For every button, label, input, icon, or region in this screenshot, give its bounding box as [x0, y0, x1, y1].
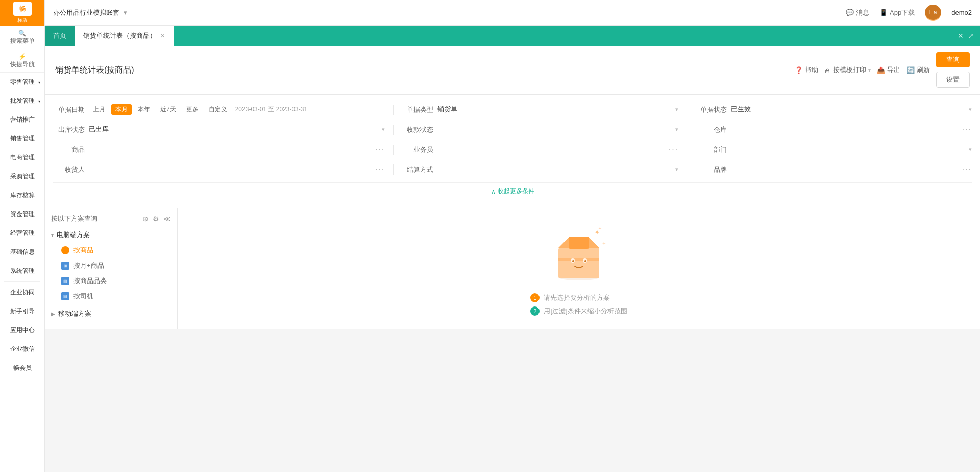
app-download-label: App下载 [890, 8, 915, 17]
filter-row-2: 出库状态 已出库 ▾ 收款状态 ▾ 仓库 [53, 123, 972, 136]
left-scheme-panel: 按以下方案查询 ⊕ ⚙ ≪ ▾ 电脑端方案 按商品 [45, 208, 178, 329]
sidebar-item-marketing[interactable]: 营销推广 [0, 110, 44, 129]
help-icon: ❓ [795, 66, 803, 74]
scheme-item-by-cashier[interactable]: ▤ 按司机 [45, 289, 177, 304]
tab-maximize-btn[interactable]: ⤢ [968, 32, 974, 40]
template-print-btn[interactable]: 🖨 按模板打印 ▾ [824, 65, 871, 75]
sidebar-item-ecom[interactable]: 电商管理 [0, 148, 44, 167]
edit-scheme-btn[interactable]: ⚙ [153, 215, 159, 223]
date-tab-7days[interactable]: 近7天 [156, 104, 180, 115]
warehouse-more-icon[interactable]: ··· [962, 125, 972, 134]
sidebar-item-quick-nav[interactable]: ⚡ 快捷导航 [0, 50, 44, 73]
sidebar-finance-label: 资金管理 [0, 210, 44, 219]
set-button[interactable]: 设置 [936, 72, 970, 88]
sidebar-item-wholesale[interactable]: 批发管理 [0, 91, 44, 110]
sidebar-item-basic[interactable]: 基础信息 [0, 243, 44, 262]
date-tab-last-month[interactable]: 上月 [89, 104, 109, 115]
dept-select[interactable]: ▾ [731, 144, 972, 155]
filter-row-4: 收货人 ··· 结算方式 ▾ 品牌 [53, 162, 972, 176]
user-avatar[interactable]: Ea [925, 5, 941, 21]
sidebar-item-member[interactable]: 畅会员 [0, 359, 44, 377]
tab-sales-stat[interactable]: 销货单统计表（按商品） ✕ [75, 26, 174, 46]
industry-dropdown-icon[interactable]: ▾ [124, 9, 127, 16]
search-icon: 🔍 [0, 30, 44, 37]
sidebar-item-guide[interactable]: 新手引导 [0, 302, 44, 321]
brand-select[interactable]: ··· [731, 162, 972, 176]
scheme-group-mobile-header[interactable]: ▶ 移动端方案 [45, 306, 177, 321]
salesman-more-icon[interactable]: ··· [669, 145, 678, 154]
brand-more-icon[interactable]: ··· [962, 164, 972, 174]
template-print-label: 按模板打印 [833, 65, 866, 75]
logo-icon: 畅 [13, 2, 32, 16]
date-tab-this-month[interactable]: 本月 [111, 104, 132, 115]
sidebar-item-app-center[interactable]: 应用中心 [0, 321, 44, 340]
tab-close-btn[interactable]: ✕ [160, 33, 165, 39]
empty-state: ✦ ✦ ✦ 1 请先选择要分析的方案 2 用[过滤]条件来缩小分析范围 [178, 208, 980, 329]
collapse-label: 收起更多条件 [498, 187, 534, 196]
refresh-btn[interactable]: 🔄 刷新 [906, 65, 930, 75]
sidebar-item-sales-mgmt[interactable]: 销售管理 [0, 129, 44, 148]
salesman-select[interactable]: ··· [437, 143, 678, 156]
scheme-item-by-goods-cat[interactable]: ▤ 按商品品类 [45, 273, 177, 289]
sidebar-item-inventory[interactable]: 库存核算 [0, 186, 44, 205]
doc-status-value: 已生效 [731, 105, 751, 114]
app-download-btn[interactable]: 📱 App下载 [879, 8, 915, 17]
query-button[interactable]: 查询 [936, 52, 970, 67]
sidebar-purchase-label: 采购管理 [0, 172, 44, 181]
top-header: 办公用品行业模拟账套 ▾ 💬 消息 📱 App下载 Ea demo2 [45, 0, 980, 26]
sidebar-item-retail[interactable]: 零售管理 [0, 73, 44, 91]
receipt-status-select[interactable]: ▾ [437, 124, 678, 135]
filter-panel: 单据日期 上月 本月 本年 近7天 更多 自定义 2023-03-01 至 20… [45, 95, 980, 208]
warehouse-select[interactable]: ··· [731, 123, 972, 136]
payment-select[interactable]: ▾ [437, 164, 678, 175]
doc-type-label: 单据类型 [402, 105, 437, 114]
collapse-scheme-btn[interactable]: ≪ [163, 215, 171, 223]
sidebar-item-operations[interactable]: 经营管理 [0, 224, 44, 243]
add-scheme-btn[interactable]: ⊕ [142, 215, 149, 223]
sidebar-sales-label: 销售管理 [0, 134, 44, 143]
tab-home[interactable]: 首页 [45, 26, 75, 46]
export-btn[interactable]: 📤 导出 [877, 65, 900, 75]
sidebar-logo[interactable]: 畅 标版 [0, 0, 44, 26]
sidebar-guide-label: 新手引导 [0, 307, 44, 316]
scheme-group-pc: ▾ 电脑端方案 按商品 ⊞ 按月+商品 [45, 227, 177, 304]
date-tab-custom[interactable]: 自定义 [205, 104, 231, 115]
help-btn[interactable]: ❓ 帮助 [795, 65, 818, 75]
scheme-by-goods-cat-icon: ▤ [61, 277, 69, 285]
sidebar-corp-wechat-label: 企业微信 [0, 345, 44, 353]
doc-status-select[interactable]: 已生效 ▾ [731, 103, 972, 116]
date-tab-more[interactable]: 更多 [182, 104, 203, 115]
hint-num-2: 2 [530, 306, 540, 316]
message-btn[interactable]: 💬 消息 [846, 8, 869, 17]
out-status-select[interactable]: 已出库 ▾ [89, 123, 385, 136]
sidebar-item-purchase[interactable]: 采购管理 [0, 167, 44, 186]
export-icon: 📤 [877, 66, 885, 74]
sidebar-item-system[interactable]: 系统管理 [0, 262, 44, 280]
sidebar-item-finance[interactable]: 资金管理 [0, 205, 44, 224]
scheme-group-mobile-arrow-icon: ▶ [51, 311, 55, 317]
tab-window-btns: ✕ ⤢ [951, 32, 980, 40]
date-row: 上月 本月 本年 近7天 更多 自定义 2023-03-01 至 2023-03… [89, 104, 307, 115]
username-label: demo2 [951, 9, 972, 16]
doc-status-arrow-icon: ▾ [969, 106, 972, 113]
sidebar-marketing-label: 营销推广 [0, 115, 44, 124]
receipt-status-arrow-icon: ▾ [675, 126, 678, 133]
date-tab-this-year[interactable]: 本年 [134, 104, 154, 115]
sidebar-item-corp-wechat[interactable]: 企业微信 [0, 340, 44, 359]
consignee-label: 收货人 [53, 165, 89, 174]
consignee-select[interactable]: ··· [89, 162, 385, 176]
scheme-item-by-month-goods[interactable]: ⊞ 按月+商品 [45, 258, 177, 273]
goods-more-icon[interactable]: ··· [375, 145, 385, 154]
tab-close-window-btn[interactable]: ✕ [958, 32, 964, 40]
consignee-more-icon[interactable]: ··· [375, 164, 385, 174]
goods-select[interactable]: ··· [89, 143, 385, 156]
sidebar-item-search[interactable]: 🔍 搜索菜单 [0, 26, 44, 50]
empty-hint-1: 1 请先选择要分析的方案 [530, 293, 627, 302]
collapse-btn[interactable]: ∧ 收起更多条件 [491, 187, 534, 196]
doc-type-select[interactable]: 销货单 ▾ [437, 103, 678, 116]
scheme-item-by-goods[interactable]: 按商品 [45, 243, 177, 258]
sidebar-item-corp[interactable]: 企业协同 [0, 283, 44, 302]
scheme-group-mobile: ▶ 移动端方案 [45, 306, 177, 321]
scheme-group-pc-header[interactable]: ▾ 电脑端方案 [45, 227, 177, 243]
sidebar-inventory-label: 库存核算 [0, 191, 44, 200]
